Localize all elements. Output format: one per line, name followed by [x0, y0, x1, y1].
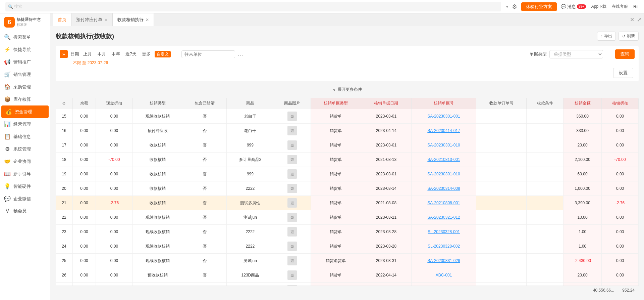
cell-verify_bill_no[interactable]: ABC-001: [412, 268, 476, 283]
sidebar-item-guide[interactable]: 📖新手引导: [0, 168, 50, 180]
table-row: 220.000.00现续收款核销否测试jun🖼销货单2023-03-21SA-2…: [56, 210, 639, 225]
tab-close-prepay[interactable]: ✕: [104, 17, 108, 22]
settings-gear-icon[interactable]: ⚙: [512, 3, 517, 10]
bill-no-link[interactable]: SL-20230328-002: [428, 244, 460, 249]
bill-no-link[interactable]: SA-20230301-010: [427, 172, 460, 176]
cell-verify_bill_no[interactable]: SL-20230408-001: [412, 283, 476, 286]
user-avatar[interactable]: Rit: [633, 4, 639, 9]
last7days-filter[interactable]: 近7天: [124, 50, 138, 58]
sidebar-item-label: 库存核算: [13, 96, 31, 102]
cell-verify_discount: 0.00: [602, 210, 639, 225]
hardware-icon: 💡: [4, 183, 11, 189]
custom-filter[interactable]: 自定义: [155, 51, 171, 57]
cell-receipt_order_no: [476, 254, 527, 268]
window-close-icon[interactable]: ✕: [630, 16, 634, 23]
online-service-link[interactable]: 在线客服: [612, 4, 628, 9]
sidebar-item-inventory[interactable]: 📦库存核算: [0, 93, 50, 105]
export-button[interactable]: ↑ 导出: [597, 32, 616, 41]
col-header-receipt_condition: 收款条件: [527, 98, 564, 109]
cell-receipt_condition: [527, 153, 564, 167]
sidebar-item-hardware[interactable]: 💡智能硬件: [0, 180, 50, 192]
table-row: 260.000.00预收款核销否123D商品🖼销货单2022-04-14ABC-…: [56, 268, 639, 283]
sidebar-item-business[interactable]: 📊经营管理: [0, 118, 50, 130]
cell-verify_bill_no[interactable]: SA-20230331-026: [412, 254, 476, 268]
cell-verify_bill_no[interactable]: SA-20210813-001: [412, 153, 476, 167]
cell-verify_bill_no[interactable]: SA-20230301-001: [412, 109, 476, 124]
sidebar-item-enterprise[interactable]: 🤝企业协同: [0, 155, 50, 168]
col-header-verify_type: 核销类型: [132, 98, 183, 109]
cell-verify_bill_type: 销货单: [311, 225, 361, 239]
sidebar-item-system[interactable]: ⚙系统管理: [0, 143, 50, 155]
tab-bar-actions: ✕ ⤢: [630, 16, 641, 23]
col-header-goods_img: 商品图片: [274, 98, 311, 109]
bill-no-link[interactable]: SA-20230301-010: [427, 143, 460, 147]
quick-nav-icon: ⚡: [4, 46, 11, 53]
bill-no-link[interactable]: SA-20230301-001: [427, 114, 460, 119]
sidebar-item-quick-nav[interactable]: ⚡快捷导航: [0, 43, 50, 56]
gear-settings-icon[interactable]: ⚙: [62, 101, 66, 106]
table-row: 210.00-2.76收款核销否测试多属性🖼销货单2021-08-08SA-20…: [56, 196, 639, 210]
this-year-filter[interactable]: 本年: [110, 50, 121, 58]
bill-no-link[interactable]: SA-20210808-001: [427, 201, 460, 205]
cell-verify_type: 现续收款核销: [132, 254, 183, 268]
tab-prepay[interactable]: 预付冲应付单✕: [71, 13, 113, 26]
cell-verify_bill_date: 2023-03-14: [361, 181, 411, 196]
cell-verify_bill_no[interactable]: SA-20230414-017: [412, 124, 476, 138]
cell-cash_discount: 0.00: [96, 254, 133, 268]
sidebar-item-basic[interactable]: 📋基础信息: [0, 130, 50, 143]
sidebar-item-member[interactable]: V畅会员: [0, 205, 50, 217]
message-label: 消息: [567, 4, 576, 10]
cell-verify_discount: 0.00: [602, 109, 639, 124]
cell-verify_bill_no[interactable]: SA-20230301-010: [412, 167, 476, 181]
cell-goods_img: 🖼: [274, 181, 311, 196]
cell-verify_discount: 0.00: [602, 225, 639, 239]
more-filter[interactable]: 更多: [141, 50, 152, 58]
tab-collection[interactable]: 收款核销执行✕: [113, 13, 154, 26]
sidebar-item-sales[interactable]: 🛒销售管理: [0, 68, 50, 81]
sidebar-item-purchase[interactable]: 🏠采购管理: [0, 81, 50, 93]
bill-no-link[interactable]: SA-20210813-001: [427, 157, 460, 162]
cell-verify_bill_no[interactable]: SL-20230328-001: [412, 225, 476, 239]
tab-close-collection[interactable]: ✕: [146, 17, 149, 22]
sidebar-item-finance[interactable]: 💰资金管理: [1, 105, 49, 118]
cell-verify_discount: -70.00: [602, 153, 639, 167]
filter-expand-button[interactable]: »: [60, 50, 68, 58]
col-header-receipt_order_no: 收款单订单号: [476, 98, 527, 109]
this-month-filter[interactable]: 本月: [96, 50, 107, 58]
cell-verify_bill_no[interactable]: SA-20230321-012: [412, 210, 476, 225]
search-bar[interactable]: 🔍 搜索: [5, 2, 501, 11]
cell-verify_bill_no[interactable]: SA-20230301-010: [412, 138, 476, 153]
app-download-link[interactable]: App下载: [591, 4, 606, 9]
message-icon[interactable]: 💬 消息 99+: [561, 4, 586, 10]
bill-no-link[interactable]: SL-20230328-001: [428, 229, 460, 234]
tab-bar: 首页预付冲应付单✕收款核销执行✕ ✕ ⤢: [50, 13, 644, 26]
sidebar-item-label: 采购管理: [13, 84, 31, 90]
bill-no-link[interactable]: ABC-001: [436, 273, 452, 277]
type-filter-select[interactable]: 单据类型: [549, 50, 603, 58]
window-expand-icon[interactable]: ⤢: [637, 16, 641, 23]
cell-verify_bill_date: 2022-04-14: [361, 268, 411, 283]
cell-balance: 0.00: [72, 210, 96, 225]
cell-receipt_order_no: [476, 109, 527, 124]
cell-verify_bill_no[interactable]: SA-20210808-001: [412, 196, 476, 210]
bill-no-link[interactable]: SA-20230321-012: [427, 215, 460, 220]
last-month-filter[interactable]: 上月: [82, 50, 93, 58]
expand-more-btn[interactable]: ∨ 展开更多条件: [56, 85, 639, 94]
sidebar-item-marketing[interactable]: 📢营销推广: [0, 56, 50, 68]
solution-button[interactable]: 休验行业方案: [521, 2, 557, 11]
cell-verify_bill_no[interactable]: SA-20230314-008: [412, 181, 476, 196]
unit-filter-input[interactable]: [181, 50, 235, 58]
cell-include_settled: 否: [183, 239, 226, 254]
bill-no-link[interactable]: SA-20230414-017: [427, 128, 460, 133]
cell-verify_bill_type: 销货单: [311, 210, 361, 225]
sidebar-item-search[interactable]: 🔍搜索菜单: [0, 31, 50, 43]
tab-home[interactable]: 首页: [53, 13, 71, 26]
bill-no-link[interactable]: SA-20230331-026: [427, 258, 460, 263]
bill-no-link[interactable]: SA-20230314-008: [427, 186, 460, 191]
cell-verify_bill_no[interactable]: SL-20230328-002: [412, 239, 476, 254]
query-button[interactable]: 查询: [615, 49, 635, 59]
settings-button[interactable]: 设置: [613, 68, 633, 78]
sidebar-item-wechat[interactable]: 💬企业微信: [0, 192, 50, 205]
refresh-button[interactable]: ↺ 刷新: [619, 32, 639, 41]
cell-verify_bill_date: 2023-03-28: [361, 225, 411, 239]
